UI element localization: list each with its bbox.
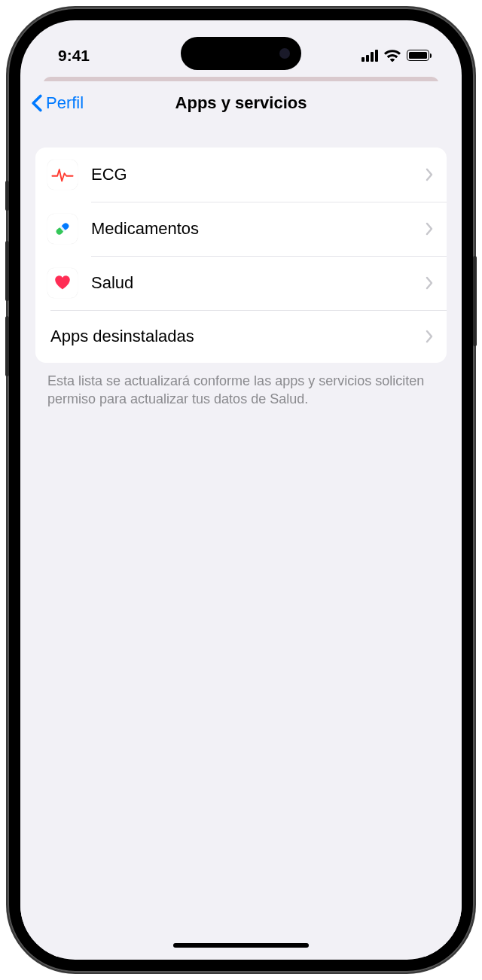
list-item-label: Medicamentos: [91, 219, 426, 239]
screen: 9:41: [20, 20, 462, 960]
back-button-label: Perfil: [46, 93, 84, 113]
chevron-left-icon: [31, 94, 43, 112]
list-item-label: Apps desinstaladas: [50, 327, 426, 346]
cellular-signal-icon: [362, 50, 378, 62]
list-item-ecg[interactable]: ECG: [35, 148, 447, 202]
ecg-icon: [47, 160, 78, 190]
list-item-uninstalled-apps[interactable]: Apps desinstaladas: [35, 310, 447, 363]
device-frame: 9:41: [8, 8, 474, 972]
side-button: [5, 316, 9, 376]
status-time: 9:41: [58, 47, 90, 65]
home-indicator[interactable]: [173, 943, 309, 948]
list-item-medicamentos[interactable]: Medicamentos: [35, 202, 447, 256]
chevron-right-icon: [426, 168, 433, 181]
list-item-label: ECG: [91, 165, 426, 184]
wifi-icon: [384, 50, 401, 62]
footer-text: Esta lista se actualizará conforme las a…: [47, 372, 435, 409]
side-button: [473, 256, 477, 346]
dynamic-island: [181, 37, 301, 70]
status-indicators: [362, 50, 432, 62]
apps-list: ECG Med: [35, 148, 447, 363]
navigation-bar: Perfil Apps y servicios: [20, 81, 462, 125]
battery-icon: [407, 50, 432, 61]
chevron-right-icon: [426, 330, 433, 343]
page-title: Apps y servicios: [175, 93, 307, 113]
side-button: [5, 241, 9, 301]
back-button[interactable]: Perfil: [31, 93, 84, 113]
heart-icon: [47, 268, 78, 298]
list-item-label: Salud: [91, 273, 426, 293]
side-button: [5, 181, 9, 211]
pill-icon: [47, 214, 78, 244]
chevron-right-icon: [426, 222, 433, 236]
content-sheet: Perfil Apps y servicios ECG: [20, 81, 462, 957]
chevron-right-icon: [426, 276, 433, 290]
list-item-salud[interactable]: Salud: [35, 256, 447, 310]
